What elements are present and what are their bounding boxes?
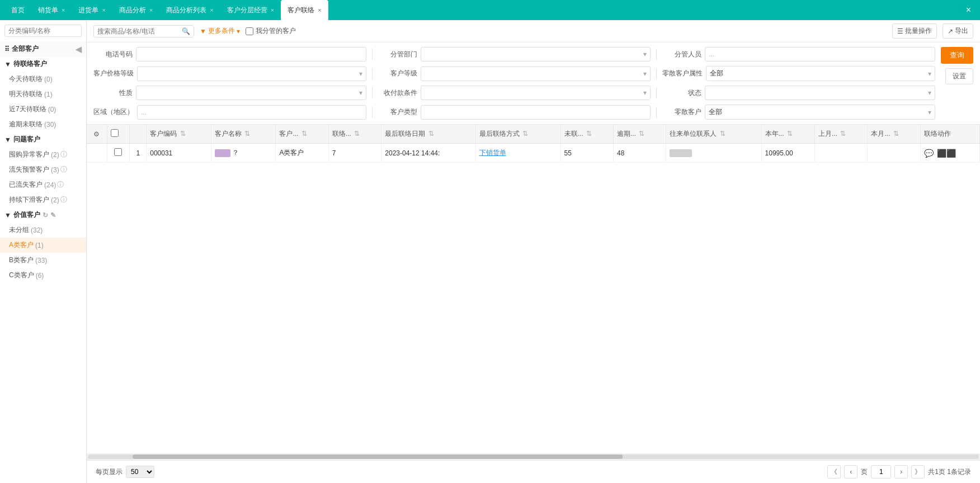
nav-product-analysis[interactable]: 商品分析 × bbox=[112, 0, 159, 20]
last-method-link[interactable]: 下销货单 bbox=[479, 149, 506, 157]
column-code-header[interactable]: 客户编码 ⇅ bbox=[147, 125, 211, 144]
sidebar-search-input[interactable] bbox=[8, 27, 87, 35]
region-input[interactable]: ... bbox=[137, 105, 366, 120]
first-page-button[interactable]: 《 bbox=[827, 465, 841, 479]
sidebar-item-a-class[interactable]: A类客户 (1) bbox=[0, 238, 86, 253]
phone-input[interactable] bbox=[136, 47, 366, 61]
close-product-analysis-list-icon[interactable]: × bbox=[210, 7, 213, 13]
price-level-select[interactable]: ▾ bbox=[137, 67, 366, 81]
prev-page-button[interactable]: ‹ bbox=[844, 465, 858, 479]
nav-customer-segment[interactable]: 客户分层经营 × bbox=[220, 0, 281, 20]
more-action-icon[interactable]: ⬛⬛ bbox=[937, 149, 956, 158]
column-level-header[interactable]: 客户... ⇅ bbox=[276, 125, 328, 144]
row-lastmonth bbox=[815, 144, 868, 163]
my-customers-checkbox-input[interactable] bbox=[246, 27, 253, 35]
sidebar-collapse-icon[interactable]: ◀ bbox=[76, 45, 82, 54]
info-icon-declining[interactable]: ⓘ bbox=[60, 195, 67, 205]
nav-purchase-order[interactable]: 进货单 × bbox=[72, 0, 112, 20]
sidebar-item-7day-pending[interactable]: 近7天待联络 (0) bbox=[0, 102, 86, 117]
row-checkbox[interactable] bbox=[114, 148, 122, 156]
refresh-icon[interactable]: ↻ bbox=[43, 211, 48, 219]
info-icon-lost[interactable]: ⓘ bbox=[57, 180, 64, 190]
more-conditions-button[interactable]: ▼ 更多条件 ▾ bbox=[200, 26, 240, 36]
column-uncontacted-header[interactable]: 未联... ⇅ bbox=[560, 125, 613, 144]
customer-type-label: 客户类型 bbox=[378, 107, 417, 117]
sidebar-item-lost[interactable]: 已流失客户 (24) ⓘ bbox=[0, 177, 86, 192]
nature-caret-icon: ▾ bbox=[359, 89, 362, 97]
close-sales-order-icon[interactable]: × bbox=[62, 7, 65, 13]
sidebar-item-declining[interactable]: 持续下滑客户 (2) ⓘ bbox=[0, 192, 86, 207]
nav-product-analysis-list[interactable]: 商品分析列表 × bbox=[159, 0, 220, 20]
retail-customer-select[interactable]: 全部 ▾ bbox=[705, 105, 935, 120]
column-gear-icon[interactable]: ⚙ bbox=[93, 130, 100, 138]
batch-operation-button[interactable]: ☰ 批量操作 bbox=[892, 23, 937, 39]
row-lastmethod[interactable]: 下销货单 bbox=[475, 144, 560, 163]
sidebar-all-customers[interactable]: ⠿ 全部客户 ◀ bbox=[0, 41, 86, 56]
column-thismonth-header[interactable]: 本月... ⇅ bbox=[868, 125, 920, 144]
column-contact-header[interactable]: 联络... ⇅ bbox=[328, 125, 381, 144]
dept-select[interactable]: ▾ bbox=[421, 47, 651, 61]
select-all-checkbox[interactable] bbox=[111, 129, 119, 137]
data-table-container: ⚙ 客户编码 ⇅ 客户名称 ⇅ bbox=[87, 125, 980, 453]
sidebar: 🔍 ⠿ 全部客户 ◀ ▼ 待联络客户 今天待联络 (0) 明天待联络 (1) 近… bbox=[0, 20, 87, 483]
scrollbar-track[interactable] bbox=[88, 454, 979, 459]
scrollbar-thumb[interactable] bbox=[133, 454, 623, 459]
page-size-dropdown[interactable]: 50 20 100 200 bbox=[126, 466, 154, 478]
sidebar-item-attrition-warning[interactable]: 流失预警客户 (3) ⓘ bbox=[0, 162, 86, 177]
close-product-analysis-icon[interactable]: × bbox=[149, 7, 153, 13]
batch-icon: ☰ bbox=[897, 27, 903, 35]
column-lastmethod-header[interactable]: 最后联络方式 ⇅ bbox=[475, 125, 560, 144]
nav-sales-order[interactable]: 销货单 × bbox=[31, 0, 72, 20]
page-number-input[interactable] bbox=[871, 465, 891, 479]
filter-search-input[interactable] bbox=[97, 27, 182, 35]
sidebar-item-c-class[interactable]: C类客户 (6) bbox=[0, 268, 86, 283]
column-lastmonth-header[interactable]: 上月... ⇅ bbox=[815, 125, 868, 144]
column-unitcontact-header[interactable]: 往来单位联系人 ⇅ bbox=[666, 125, 761, 144]
close-customer-segment-icon[interactable]: × bbox=[271, 7, 274, 13]
sidebar-item-hoarding[interactable]: 囤购异常客户 (2) ⓘ bbox=[0, 147, 86, 162]
payment-select[interactable]: ▾ bbox=[421, 86, 651, 100]
customer-level-select[interactable]: ▾ bbox=[421, 67, 651, 81]
sidebar-item-b-class[interactable]: B类客户 (33) bbox=[0, 253, 86, 268]
last-page-button[interactable]: 》 bbox=[911, 465, 925, 479]
sort-lastmethod-icon: ⇅ bbox=[522, 130, 528, 138]
query-button[interactable]: 查询 bbox=[941, 47, 973, 64]
status-select[interactable]: ▾ bbox=[705, 86, 935, 100]
info-icon-attrition[interactable]: ⓘ bbox=[60, 165, 67, 174]
retail-attr-select[interactable]: 全部 ▾ bbox=[706, 66, 935, 81]
edit-icon[interactable]: ✎ bbox=[50, 211, 56, 219]
row-checkbox-cell[interactable] bbox=[107, 144, 130, 163]
sidebar-section-pending[interactable]: ▼ 待联络客户 bbox=[0, 56, 86, 72]
customer-type-input[interactable] bbox=[421, 105, 651, 120]
close-purchase-order-icon[interactable]: × bbox=[102, 7, 105, 13]
sidebar-section-problem[interactable]: ▼ 问题客户 bbox=[0, 132, 86, 147]
sidebar-item-tomorrow-pending[interactable]: 明天待联络 (1) bbox=[0, 87, 86, 102]
sidebar-item-today-pending[interactable]: 今天待联络 (0) bbox=[0, 72, 86, 87]
my-customers-checkbox[interactable]: 我分管的客户 bbox=[246, 26, 296, 36]
sidebar-item-overdue-contact[interactable]: 逾期未联络 (30) bbox=[0, 117, 86, 132]
column-name-header[interactable]: 客户名称 ⇅ bbox=[211, 125, 276, 144]
column-lastdate-header[interactable]: 最后联络日期 ⇅ bbox=[381, 125, 475, 144]
nav-customer-contact[interactable]: 客户联络 × bbox=[281, 0, 328, 20]
contact-action-icon[interactable]: 💬 bbox=[924, 149, 934, 158]
export-button[interactable]: ↗ 导出 bbox=[943, 23, 973, 39]
horizontal-scrollbar[interactable] bbox=[87, 453, 980, 460]
manager-dots-input[interactable]: ... bbox=[705, 47, 935, 61]
sidebar-search-box[interactable]: 🔍 bbox=[4, 25, 82, 37]
row-name: ？ bbox=[211, 144, 276, 163]
sidebar-item-unclassified[interactable]: 未分组 (32) bbox=[0, 222, 86, 238]
info-icon-hoarding[interactable]: ⓘ bbox=[60, 150, 67, 159]
filter-search-icon[interactable]: 🔍 bbox=[182, 27, 190, 35]
filter-search-box[interactable]: 🔍 bbox=[93, 25, 194, 37]
nav-home[interactable]: 首页 bbox=[4, 0, 31, 20]
sidebar-section-value[interactable]: ▼ 价值客户 ↻ ✎ bbox=[0, 207, 86, 222]
column-thisyear-header[interactable]: 本年... ⇅ bbox=[761, 125, 815, 144]
close-customer-contact-icon[interactable]: × bbox=[318, 7, 321, 13]
settings-button[interactable]: 设置 bbox=[945, 68, 973, 84]
window-close-button[interactable]: × bbox=[962, 5, 976, 15]
column-overdue-header[interactable]: 逾期... ⇅ bbox=[613, 125, 666, 144]
next-page-button[interactable]: › bbox=[894, 465, 908, 479]
payment-label: 收付款条件 bbox=[378, 88, 417, 98]
filter-icon: ▼ bbox=[200, 27, 206, 35]
nature-select[interactable]: ▾ bbox=[136, 86, 366, 100]
